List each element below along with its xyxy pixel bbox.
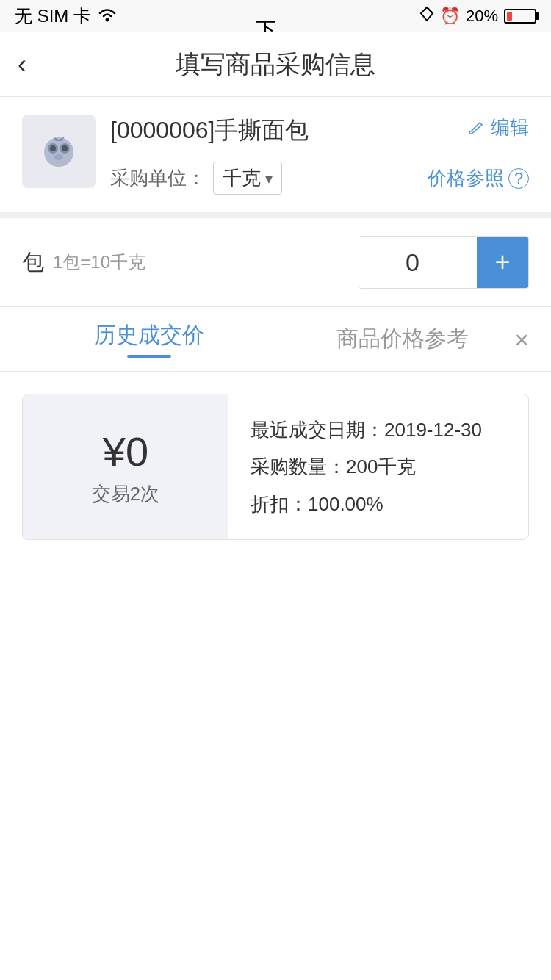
location-icon bbox=[419, 6, 434, 26]
price-amount: ¥0 bbox=[103, 428, 148, 475]
tab-history-price[interactable]: 历史成交价 bbox=[22, 307, 276, 371]
svg-point-0 bbox=[106, 18, 109, 22]
dropdown-arrow-icon: ▾ bbox=[265, 170, 273, 187]
close-button[interactable]: × bbox=[514, 325, 529, 353]
svg-point-1 bbox=[44, 137, 73, 167]
wifi-icon bbox=[97, 6, 118, 26]
product-name: [0000006]手撕面包 bbox=[110, 115, 309, 147]
page-title: 填写商品采购信息 bbox=[176, 48, 375, 82]
back-button[interactable]: ‹ bbox=[18, 49, 26, 80]
product-image bbox=[22, 115, 96, 188]
discount-line: 折扣：100.00% bbox=[251, 491, 506, 517]
history-section: ¥0 交易2次 最近成交日期：2019-12-30 采购数量：200千克 折扣：… bbox=[0, 372, 551, 562]
history-card: ¥0 交易2次 最近成交日期：2019-12-30 采购数量：200千克 折扣：… bbox=[22, 394, 529, 540]
product-logo-icon bbox=[37, 126, 81, 177]
trade-count: 交易2次 bbox=[92, 481, 159, 507]
tab-active-indicator bbox=[127, 355, 171, 358]
svg-point-5 bbox=[62, 145, 68, 151]
unit-info: 包 1包=10千克 bbox=[22, 248, 145, 278]
tab-product-price-ref[interactable]: 商品价格参考 bbox=[276, 307, 529, 371]
card-price-section: ¥0 交易2次 bbox=[23, 394, 228, 539]
product-info: [0000006]手撕面包 编辑 采购单位： 千克 ▾ 价格参照 ? bbox=[110, 115, 529, 195]
date-line: 最近成交日期：2019-12-30 bbox=[251, 417, 506, 443]
product-card: [0000006]手撕面包 编辑 采购单位： 千克 ▾ 价格参照 ? bbox=[0, 97, 551, 212]
tab-product-label: 商品价格参考 bbox=[336, 324, 469, 354]
product-header: [0000006]手撕面包 编辑 bbox=[110, 115, 529, 147]
svg-point-6 bbox=[54, 154, 63, 160]
price-reference-modal: 历史成交价 商品价格参考 × ¥0 交易2次 最近成交日期：2019-12-30… bbox=[0, 306, 551, 980]
quantity-control: + bbox=[359, 236, 529, 289]
price-ref-button[interactable]: 价格参照 ? bbox=[428, 165, 529, 191]
product-unit-row: 采购单位： 千克 ▾ 价格参照 ? bbox=[110, 162, 529, 195]
status-bar: 无 SIM 卡 下午6:12 ⏰ 20% bbox=[0, 0, 551, 32]
quantity-plus-button[interactable]: + bbox=[477, 237, 528, 288]
help-icon: ? bbox=[508, 168, 529, 189]
svg-point-4 bbox=[50, 145, 56, 151]
battery-percent: 20% bbox=[466, 7, 498, 26]
carrier-text: 无 SIM 卡 bbox=[15, 4, 91, 28]
divider-1 bbox=[0, 212, 551, 218]
nav-bar: ‹ 填写商品采购信息 bbox=[0, 32, 551, 97]
alarm-icon: ⏰ bbox=[440, 7, 460, 26]
tab-bar: 历史成交价 商品价格参考 × bbox=[0, 307, 551, 372]
card-detail-section: 最近成交日期：2019-12-30 采购数量：200千克 折扣：100.00% bbox=[228, 394, 528, 539]
unit-select[interactable]: 千克 ▾ bbox=[213, 162, 282, 195]
quantity-input[interactable] bbox=[359, 237, 477, 288]
qty-line: 采购数量：200千克 bbox=[251, 453, 506, 480]
bottom-space bbox=[0, 562, 551, 980]
tab-history-label: 历史成交价 bbox=[94, 320, 204, 350]
edit-button[interactable]: 编辑 bbox=[469, 115, 529, 140]
unit-label: 采购单位： bbox=[110, 165, 206, 191]
status-right: ⏰ 20% bbox=[419, 6, 536, 26]
quantity-row: 包 1包=10千克 + bbox=[0, 218, 551, 306]
unit-equiv: 1包=10千克 bbox=[53, 251, 145, 274]
battery-icon bbox=[504, 9, 536, 24]
status-carrier: 无 SIM 卡 bbox=[15, 4, 118, 28]
unit-badge: 包 bbox=[22, 248, 44, 278]
